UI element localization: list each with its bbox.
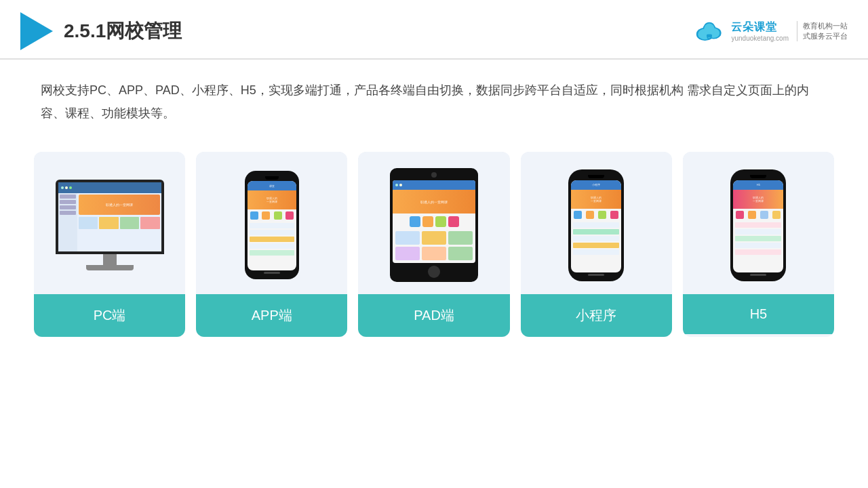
phone-notch — [265, 176, 279, 180]
brand-url: yunduoketang.com — [731, 35, 789, 42]
miniprogram-home-bar — [588, 274, 604, 276]
miniprogram-phone-mockup: 小程序 职通人的一堂网课 — [568, 169, 624, 281]
phone-notch-h5 — [750, 175, 766, 178]
miniprogram-screen: 小程序 职通人的一堂网课 — [571, 180, 621, 272]
description-text: 网校支持PC、APP、PAD、小程序、H5，实现多端打通，产品各终端自由切换，数… — [0, 60, 868, 125]
description-paragraph: 网校支持PC、APP、PAD、小程序、H5，实现多端打通，产品各终端自由切换，数… — [41, 79, 827, 125]
page-title: 2.5.1网校管理 — [64, 18, 182, 44]
cloud-icon — [693, 19, 726, 43]
phone-home-bar — [264, 272, 280, 274]
card-pc-image: 职通人的一堂网课 — [34, 152, 185, 294]
pc-monitor: 职通人的一堂网课 — [56, 180, 164, 270]
monitor-screen: 职通人的一堂网课 — [58, 182, 161, 251]
card-app: 课堂 职通人的一堂网课 — [196, 152, 347, 337]
card-pad-image: 职通人的一堂网课 — [358, 152, 509, 294]
tablet-mockup: 职通人的一堂网课 — [390, 168, 478, 282]
card-h5-image: H5 职通人的一堂网课 — [683, 152, 834, 294]
monitor-base — [86, 265, 134, 270]
brand-logo — [693, 19, 726, 43]
header: 2.5.1网校管理 云朵课堂 yunduoketang.com 教育机构一站式服… — [0, 0, 868, 60]
card-pad: 职通人的一堂网课 — [358, 152, 509, 337]
h5-screen: H5 职通人的一堂网课 — [733, 180, 783, 272]
card-app-label: APP端 — [196, 294, 347, 337]
card-miniprogram: 小程序 职通人的一堂网课 — [521, 152, 672, 337]
monitor-body: 职通人的一堂网课 — [56, 180, 164, 254]
svg-rect-6 — [707, 34, 712, 37]
header-right: 云朵课堂 yunduoketang.com 教育机构一站式服务云平台 — [693, 19, 848, 43]
card-pc-label: PC端 — [34, 294, 185, 337]
brand-text: 云朵课堂 yunduoketang.com — [731, 20, 789, 42]
card-h5: H5 职通人的一堂网课 — [683, 152, 834, 337]
card-pc: 职通人的一堂网课 — [34, 152, 185, 337]
tablet-screen: 职通人的一堂网课 — [393, 180, 475, 263]
header-left: 2.5.1网校管理 — [20, 12, 182, 50]
brand-name: 云朵课堂 — [731, 20, 777, 35]
phone-notch-mini — [588, 175, 604, 178]
app-phone-mockup: 课堂 职通人的一堂网课 — [245, 171, 299, 279]
card-app-image: 课堂 职通人的一堂网课 — [196, 152, 347, 294]
logo-triangle-icon — [20, 12, 53, 50]
tablet-btn — [431, 172, 437, 178]
card-miniprogram-image: 小程序 职通人的一堂网课 — [521, 152, 672, 294]
card-h5-label: H5 — [683, 294, 834, 334]
h5-phone-mockup: H5 职通人的一堂网课 — [730, 169, 786, 281]
phone-screen: 课堂 职通人的一堂网课 — [248, 181, 296, 270]
brand-slogan: 教育机构一站式服务云平台 — [797, 21, 848, 42]
monitor-neck — [103, 254, 117, 265]
tablet-home-btn — [428, 266, 440, 278]
card-miniprogram-label: 小程序 — [521, 294, 672, 337]
h5-home-bar — [750, 274, 766, 276]
card-pad-label: PAD端 — [358, 294, 509, 337]
cards-container: 职通人的一堂网课 — [0, 131, 868, 337]
